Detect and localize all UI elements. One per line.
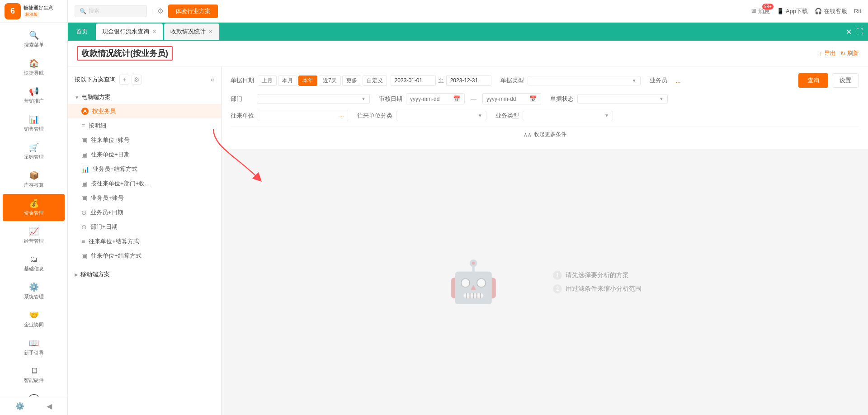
wechat-icon: 💬 (29, 394, 39, 397)
desktop-section-header[interactable]: ▼ 电脑端方案 (68, 90, 221, 104)
filter-item-unit-settlement2[interactable]: ▣ 往来单位+结算方式 (68, 249, 221, 263)
tab-bank-flow[interactable]: 现金银行流水查询 ✕ (96, 24, 163, 40)
filter-item-by-detail[interactable]: ≡ 按明细 (68, 118, 221, 133)
sidebar-collapse-icon[interactable]: ◀ (47, 402, 52, 410)
sidebar-item-quick-nav[interactable]: 🏠 快捷导航 (3, 54, 65, 81)
audit-date-from-input[interactable] (410, 96, 451, 102)
messages-area[interactable]: ✉ 消息 99+ (751, 7, 770, 15)
settings-button[interactable]: 设置 (832, 73, 859, 88)
tabs-expand-icon[interactable]: ⛶ (856, 28, 863, 36)
export-button[interactable]: ↑ 导出 (820, 49, 836, 57)
date-tab-last-month[interactable]: 上月 (258, 75, 277, 86)
filter-item-salesperson-account[interactable]: ▣ 业务员+账号 (68, 191, 221, 205)
export-label: 导出 (824, 49, 836, 57)
biz-type-field: 业务类型 ▼ (495, 111, 613, 120)
unit-category-select[interactable]: ▼ (396, 111, 486, 120)
unit-category-field: 往来单位分类 ▼ (357, 111, 486, 120)
date-tab-this-year[interactable]: 本年 (298, 75, 317, 86)
logo-icon: 6 (5, 3, 21, 19)
filter-item-unit-settlement1[interactable]: ≡ 往来单位+结算方式 (68, 234, 221, 249)
sidebar-settings-icon[interactable]: ⚙️ (15, 402, 24, 410)
filter-item-salesperson-settlement-label: 业务员+结算方式 (93, 165, 137, 173)
online-service-area[interactable]: 🎧 在线客服 (815, 7, 847, 15)
sidebar-item-inventory[interactable]: 📦 库存核算 (3, 166, 65, 193)
sidebar-item-enterprise[interactable]: 🤝 企业协同 (3, 306, 65, 333)
tab-collection-stats-close[interactable]: ✕ (208, 28, 213, 35)
query-button[interactable]: 查询 (798, 73, 828, 88)
logo-area: 6 畅捷通好生意 标准版 (0, 0, 67, 23)
audit-date-from-picker[interactable]: 📅 (406, 93, 465, 104)
finance-icon: 💰 (29, 198, 39, 208)
salesperson-more-dots[interactable]: ... (676, 77, 681, 84)
filter-item-unit-account[interactable]: ▣ 往来单位+账号 (68, 133, 221, 147)
biz-type-select[interactable]: ▼ (523, 111, 613, 120)
filter-item-unit-account-label: 往来单位+账号 (91, 136, 130, 144)
topbar-search-box[interactable]: 🔍 搜索 (75, 5, 147, 17)
sidebar-item-hardware[interactable]: 🖥 智能硬件 (3, 362, 65, 388)
hint-num-1: 1 (553, 271, 562, 280)
hint-item-1: 1 请先选择要分析的方案 (553, 271, 629, 280)
date-tab-this-month[interactable]: 本月 (278, 75, 297, 86)
filter-item-unit-date[interactable]: ▣ 往来单位+日期 (68, 147, 221, 162)
filter-item-salesperson-date[interactable]: ⊙ 业务员+日期 (68, 205, 221, 220)
sidebar-item-purchase[interactable]: 🛒 采购管理 (3, 138, 65, 165)
sidebar-label-sales: 销售管理 (24, 126, 44, 132)
date-tab-custom[interactable]: 自定义 (363, 75, 387, 86)
topbar-gear-icon[interactable]: ⚙ (157, 7, 164, 15)
tab-collection-stats[interactable]: 收款情况统计 ✕ (164, 24, 219, 40)
date-to-input[interactable] (446, 75, 491, 86)
date-from-input[interactable] (391, 75, 436, 86)
voucher-type-select[interactable]: ▼ (528, 76, 641, 85)
dept-select[interactable]: ▼ (257, 94, 370, 104)
sidebar: 6 畅捷通好生意 标准版 🔍 搜索菜单 🏠 快捷导航 📢 营销推广 📊 销售管理… (0, 0, 68, 415)
filter-item-salesperson-settlement[interactable]: 📊 业务员+结算方式 (68, 162, 221, 176)
sidebar-item-operation[interactable]: 📈 经营管理 (3, 222, 65, 249)
mobile-section: ▶ 移动端方案 (68, 265, 221, 283)
basic-icon: 🗂 (30, 255, 38, 264)
tab-home[interactable]: 首页 (68, 23, 96, 41)
sidebar-item-basic[interactable]: 🗂 基础信息 (3, 250, 65, 277)
audit-date-from-calendar-icon[interactable]: 📅 (453, 95, 460, 102)
filter-collapse-button[interactable]: « (211, 76, 214, 83)
detail-icon: ≡ (81, 122, 85, 129)
audit-date-to-picker[interactable]: 📅 (482, 93, 541, 104)
unit-select[interactable]: ··· (258, 110, 348, 121)
audit-date-to-input[interactable] (486, 96, 527, 102)
unit-more-dots[interactable]: ··· (339, 112, 344, 119)
sidebar-item-marketing[interactable]: 📢 营销推广 (3, 82, 65, 109)
sidebar-item-finance[interactable]: 💰 资金管理 (3, 194, 65, 221)
filter-settings-button[interactable]: ⚙ (132, 75, 142, 85)
sidebar-label-purchase: 采购管理 (24, 154, 44, 160)
sidebar-item-system[interactable]: ⚙️ 系统管理 (3, 278, 65, 305)
collapse-bar[interactable]: ∧∧ 收起更多条件 (231, 127, 859, 142)
mobile-section-label: 移动端方案 (80, 270, 110, 278)
username-display: Rit (854, 8, 861, 14)
trial-button[interactable]: 体验行业方案 (168, 5, 218, 18)
sidebar-item-search-menu[interactable]: 🔍 搜索菜单 (3, 26, 65, 53)
tab-bank-flow-close[interactable]: ✕ (152, 28, 156, 35)
topbar-divider: | (151, 8, 153, 14)
tabs-close-icon[interactable]: ✕ (846, 28, 852, 36)
mobile-section-header[interactable]: ▶ 移动端方案 (68, 268, 221, 281)
filter-item-dept-date[interactable]: ⊙ 部门+日期 (68, 220, 221, 234)
sidebar-label-system: 系统管理 (24, 293, 44, 300)
tab-bank-flow-label: 现金银行流水查询 (102, 28, 149, 36)
filter-item-by-salesperson[interactable]: 按业务员 (68, 104, 221, 118)
form-actions: 查询 设置 (798, 73, 859, 88)
salesperson-account-icon: ▣ (81, 194, 87, 202)
form-row-3: 往来单位 ··· 往来单位分类 ▼ 业务类型 (231, 110, 859, 121)
filter-item-unit-dept-collect[interactable]: ▣ 按往来单位+部门+收... (68, 176, 221, 191)
sidebar-item-sales[interactable]: 📊 销售管理 (3, 110, 65, 137)
filter-item-salesperson-label: 按业务员 (92, 107, 116, 115)
sidebar-item-guide[interactable]: 📖 新手引导 (3, 334, 65, 361)
refresh-button[interactable]: ↻ 刷新 (840, 49, 859, 57)
date-tab-more[interactable]: 更多 (342, 75, 361, 86)
sidebar-item-wechat[interactable]: 💬 企业微信 (3, 389, 65, 397)
filter-add-button[interactable]: + (119, 75, 129, 85)
audit-date-separator: — (468, 95, 479, 102)
sidebar-label-guide: 新手引导 (24, 349, 44, 356)
date-tab-7days[interactable]: 近7天 (319, 75, 341, 86)
audit-date-to-calendar-icon[interactable]: 📅 (529, 95, 537, 102)
voucher-status-select[interactable]: ▼ (577, 94, 668, 104)
app-download-area[interactable]: 📱 App下载 (777, 7, 808, 15)
